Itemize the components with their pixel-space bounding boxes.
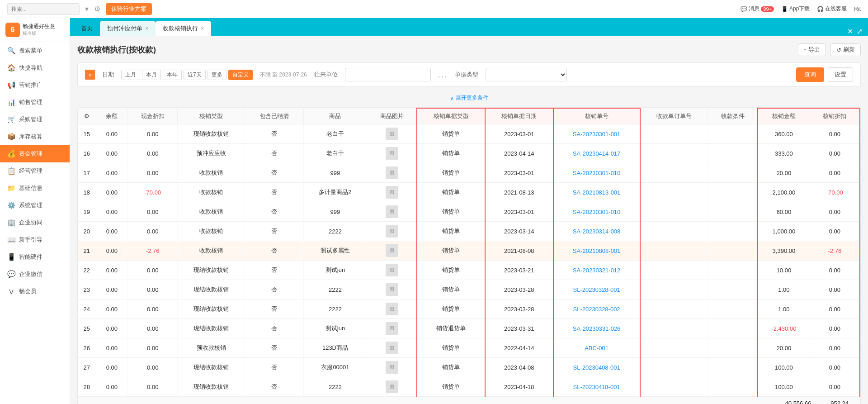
last-7days-btn[interactable]: 近7天 <box>184 70 206 80</box>
search-input[interactable] <box>7 3 80 15</box>
partner-input[interactable] <box>345 68 431 81</box>
sidebar-item-wechat[interactable]: 💬 企业微信 <box>0 266 70 283</box>
expand-conditions-label: 展开更多条件 <box>456 94 488 102</box>
setting-button[interactable]: 设置 <box>828 67 853 82</box>
cell-rownum: 16 <box>78 144 96 163</box>
sidebar-item-operations[interactable]: 📋 经营管理 <box>0 162 70 180</box>
sidebar-item-search[interactable]: 🔍 搜索菜单 <box>0 42 70 59</box>
sidebar-item-sales[interactable]: 📊 销售管理 <box>0 94 70 111</box>
messages-area[interactable]: 💬 消息 99+ <box>741 5 774 13</box>
goods-image: 图 <box>386 303 398 315</box>
close-window-icon[interactable]: ✕ <box>847 27 853 36</box>
sidebar-item-member[interactable]: V 畅会员 <box>0 283 70 300</box>
verify-number-link[interactable]: SA-20230301-010 <box>573 170 621 176</box>
settings-icon[interactable]: ⚙ <box>94 5 100 13</box>
cell-balance: 0.00 <box>96 261 128 280</box>
cell-include-settled: 否 <box>245 358 304 377</box>
this-year-btn[interactable]: 本年 <box>163 70 182 80</box>
more-btn[interactable]: 更多 <box>208 70 226 80</box>
custom-date-btn[interactable]: 自定义 <box>228 70 253 80</box>
cell-goods: 999 <box>303 202 367 222</box>
refresh-button[interactable]: ↺ 刷新 <box>830 43 861 56</box>
voucher-type-select[interactable] <box>486 68 567 81</box>
verify-number-link[interactable]: SA-20230314-008 <box>573 228 621 235</box>
cell-balance: 0.00 <box>96 358 128 377</box>
sidebar-item-guide[interactable]: 📖 新手引导 <box>0 231 70 248</box>
user-label[interactable]: Rit <box>854 6 861 12</box>
export-button[interactable]: ↑ 导出 <box>798 43 826 56</box>
cell-verify-number: SL-20230328-002 <box>553 299 640 319</box>
th-config[interactable]: ⚙ <box>78 108 96 124</box>
dropdown-icon[interactable]: ▾ <box>85 5 89 13</box>
cell-verify-voucher-type: 销货单 <box>417 163 485 183</box>
table-row: 18 0.00 -70.00 收款核销 否 多计量商品2 图 销货单 2021-… <box>78 183 860 202</box>
cell-verify-voucher-type: 销货单 <box>417 124 485 144</box>
th-verify-type: 核销类型 <box>178 108 245 124</box>
sidebar-item-finance[interactable]: 💰 资金管理 <box>0 145 70 162</box>
table-row: 24 0.00 0.00 现结收款核销 否 2222 图 销货单 2023-03… <box>78 299 860 319</box>
date-buttons: 上月 本月 本年 近7天 更多 自定义 <box>121 70 253 80</box>
sidebar-label-purchase: 采购管理 <box>19 115 42 124</box>
goods-image: 图 <box>386 186 398 199</box>
maximize-icon[interactable]: ⤢ <box>857 27 863 36</box>
cell-cash-discount: 0.00 <box>128 144 178 163</box>
verify-number-link[interactable]: SA-20230321-012 <box>573 267 621 274</box>
cell-cash-discount: 0.00 <box>128 163 178 183</box>
sidebar-item-inventory[interactable]: 📦 库存核算 <box>0 128 70 145</box>
filter-expand-icon[interactable]: » <box>85 70 95 80</box>
verify-number-link[interactable]: SL-20230328-002 <box>573 306 620 313</box>
cell-cash-discount: 0.00 <box>128 124 178 144</box>
cell-collection-order <box>640 299 708 319</box>
sidebar-item-basic[interactable]: 📁 基础信息 <box>0 180 70 197</box>
sidebar-item-hardware[interactable]: 📱 智能硬件 <box>0 248 70 266</box>
verify-number-link[interactable]: SA-20230301-010 <box>573 209 621 215</box>
tab-collection[interactable]: 收款核销执行 × <box>156 21 211 36</box>
cell-verify-number: SA-20230301-010 <box>553 202 640 222</box>
wechat-icon: 💬 <box>7 270 15 278</box>
verify-number-link[interactable]: SA-20230301-001 <box>573 131 621 138</box>
verify-number-link[interactable]: SA-20230414-017 <box>573 150 621 157</box>
last-month-btn[interactable]: 上月 <box>121 70 140 80</box>
sidebar-item-enterprise[interactable]: 🏢 企业协同 <box>0 214 70 231</box>
this-month-btn[interactable]: 本月 <box>142 70 161 80</box>
cell-balance: 0.00 <box>96 319 128 338</box>
app-download[interactable]: 📱 App下载 <box>781 5 810 13</box>
sidebar-item-quicknav[interactable]: 🏠 快捷导航 <box>0 59 70 76</box>
goods-image: 图 <box>386 264 398 276</box>
sidebar-item-purchase[interactable]: 🛒 采购管理 <box>0 111 70 128</box>
cell-verify-amount: 100.00 <box>758 377 810 397</box>
home-icon: 🏠 <box>7 64 15 72</box>
cell-verify-date: 2023-03-01 <box>485 202 553 222</box>
tab-prepay[interactable]: 预付冲应付单 × <box>100 21 156 36</box>
hardware-icon: 📱 <box>7 253 15 261</box>
cell-verify-date: 2023-03-28 <box>485 299 553 319</box>
verify-number-link[interactable]: ABC-001 <box>585 345 609 352</box>
tab-collection-close[interactable]: × <box>201 25 204 32</box>
cell-verify-number: SA-20230331-026 <box>553 319 640 338</box>
tab-home[interactable]: 首页 <box>74 21 100 36</box>
home-tab-label: 首页 <box>81 24 93 33</box>
table-row: 27 0.00 0.00 现结收款核销 否 衣服00001 图 销货单 2023… <box>78 358 860 377</box>
cell-collection-condition <box>708 319 758 338</box>
verify-number-link[interactable]: SA-20210808-001 <box>573 247 621 254</box>
cell-verify-discount: 0.00 <box>810 261 860 280</box>
solution-button[interactable]: 休验行业方案 <box>106 3 152 15</box>
cell-verify-date: 2023-04-18 <box>485 377 553 397</box>
cell-collection-condition <box>708 222 758 241</box>
sidebar-item-system[interactable]: ⚙️ 系统管理 <box>0 197 70 214</box>
verify-number-link[interactable]: SL-20230418-001 <box>573 384 620 390</box>
verify-number-link[interactable]: SA-20230331-026 <box>573 325 621 332</box>
verify-number-link[interactable]: SL-20230328-001 <box>573 286 620 293</box>
verify-number-link[interactable]: SA-20210813-001 <box>573 189 621 196</box>
partner-dots[interactable]: ... <box>438 70 448 80</box>
verify-number-link[interactable]: SL-20230408-001 <box>573 364 620 371</box>
sidebar-item-marketing[interactable]: 📢 营销推广 <box>0 76 70 94</box>
footer-verify-discount: 952.24 <box>823 400 856 404</box>
query-button[interactable]: 查询 <box>796 67 824 82</box>
expand-conditions-btn[interactable]: ∨ 展开更多条件 <box>445 92 493 104</box>
sidebar-label-inventory: 库存核算 <box>19 133 42 141</box>
online-service[interactable]: 🎧 在线客服 <box>817 5 847 13</box>
cell-rownum: 18 <box>78 183 96 202</box>
tab-prepay-close[interactable]: × <box>145 25 148 32</box>
cell-collection-condition <box>708 358 758 377</box>
